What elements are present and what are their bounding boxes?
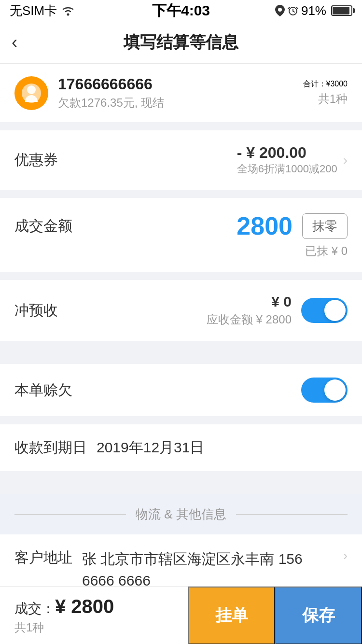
coupon-section[interactable]: 优惠券 - ¥ 200.00 全场6折满1000减200 › [0, 130, 362, 190]
nav-bar: ‹ 填写结算等信息 [0, 21, 362, 64]
page-title: 填写结算等信息 [124, 31, 238, 54]
svg-point-1 [278, 8, 282, 12]
round-button[interactable]: 抹零 [302, 213, 348, 239]
pre-amount: ¥ 0 [207, 294, 292, 310]
divider-2 [0, 349, 362, 356]
pre-receipt-right: ¥ 0 应收金额 ¥ 2800 [207, 294, 348, 327]
coupon-chevron-icon: › [343, 153, 348, 168]
arrears-toggle[interactable] [301, 378, 348, 403]
coupon-discount: - ¥ 200.00 [237, 144, 337, 162]
avatar-icon [22, 84, 41, 103]
carrier-text: 无SIM卡 [10, 2, 57, 19]
arrears-section: 本单赊欠 [0, 364, 362, 416]
due-date-value: 2019年12月31日 [97, 438, 204, 458]
arrears-toggle-knob [324, 379, 346, 401]
amount-section: 成交金额 2800 抹零 已抹 ¥ 0 [0, 198, 362, 272]
divider-1 [0, 272, 362, 280]
status-carrier: 无SIM卡 [10, 2, 75, 19]
pre-receipt-label: 冲预收 [14, 301, 58, 321]
header-line-left [14, 514, 126, 515]
status-time: 下午4:03 [152, 1, 210, 21]
amount-row: 成交金额 2800 抹零 [14, 211, 348, 240]
avatar [14, 76, 48, 110]
pre-receipt-toggle[interactable] [301, 298, 348, 323]
amount-value: 2800 [237, 211, 292, 240]
divider-3 [0, 479, 362, 487]
main-content: 17666666666 欠款1276.35元, 现结 合计：¥3000 共1种 … [0, 64, 362, 644]
arrears-label: 本单赊欠 [14, 380, 72, 400]
bottom-bar: 成交：¥ 2800 共1种 挂单 保存 [0, 586, 362, 644]
customer-total: 合计：¥3000 共1种 [303, 79, 348, 107]
total-amount: ¥3000 [326, 80, 348, 88]
battery-percent: 91% [301, 3, 326, 18]
alarm-icon [288, 5, 298, 16]
hang-button[interactable]: 挂单 [188, 587, 275, 644]
header-line-right [236, 514, 348, 515]
bottom-deal: 成交：¥ 2800 [14, 596, 174, 618]
deal-label: 成交： [14, 601, 55, 616]
coupon-info: - ¥ 200.00 全场6折满1000减200 [237, 144, 337, 176]
due-date-section: 收款到期日 2019年12月31日 [0, 424, 362, 471]
total-label: 合计： [303, 80, 326, 88]
due-date-label: 收款到期日 [14, 438, 87, 458]
pre-amount-col: ¥ 0 应收金额 ¥ 2800 [207, 294, 292, 327]
customer-info-section: 17666666666 欠款1276.35元, 现结 合计：¥3000 共1种 [0, 64, 362, 122]
item-count: 共1种 [303, 91, 348, 107]
amount-right: 2800 抹零 [237, 211, 348, 240]
bottom-count: 共1种 [14, 620, 174, 635]
address-label: 客户地址 [14, 548, 72, 568]
coupon-label: 优惠券 [14, 150, 58, 170]
svg-point-0 [67, 14, 70, 16]
pre-receivable: 应收金额 ¥ 2800 [207, 312, 292, 327]
pre-receipt-section: 冲预收 ¥ 0 应收金额 ¥ 2800 [0, 280, 362, 341]
status-indicators: 91% [275, 3, 352, 18]
wifi-icon [61, 5, 75, 16]
logistics-header: 物流 & 其他信息 [0, 494, 362, 534]
total-label-amount: 合计：¥3000 [303, 79, 348, 89]
back-button[interactable]: ‹ [12, 32, 17, 53]
customer-debt: 欠款1276.35元, 现结 [58, 95, 164, 111]
logistics-section-label: 物流 & 其他信息 [136, 506, 226, 523]
amount-sub: 已抹 ¥ 0 [14, 243, 348, 259]
customer-left: 17666666666 欠款1276.35元, 现结 [14, 75, 164, 111]
coupon-description: 全场6折满1000减200 [237, 162, 337, 176]
bottom-summary: 成交：¥ 2800 共1种 [0, 596, 188, 635]
coupon-right: - ¥ 200.00 全场6折满1000减200 › [237, 144, 348, 176]
location-icon [275, 5, 285, 16]
deal-amount: ¥ 2800 [55, 596, 114, 617]
status-bar: 无SIM卡 下午4:03 91% [0, 0, 362, 21]
save-button[interactable]: 保存 [275, 587, 362, 644]
address-chevron-icon: › [343, 548, 348, 563]
toggle-knob [324, 300, 346, 321]
customer-phone: 17666666666 [58, 75, 164, 93]
battery-icon [331, 5, 352, 16]
amount-label: 成交金额 [14, 216, 72, 236]
address-value: 张 北京市市辖区海淀区永丰南 156 6666 6666 [82, 548, 334, 591]
customer-details: 17666666666 欠款1276.35元, 现结 [58, 75, 164, 111]
